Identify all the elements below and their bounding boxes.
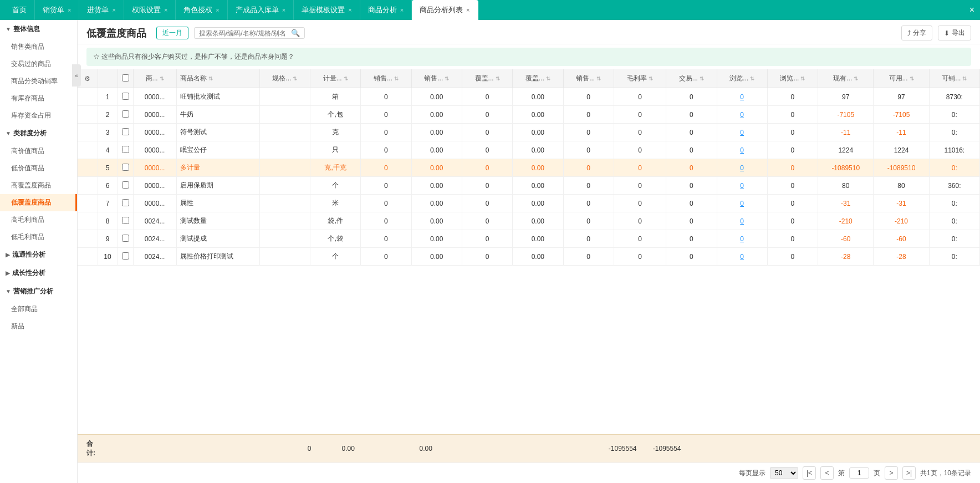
search-icon[interactable]: 🔍: [291, 29, 300, 37]
cell-browse1[interactable]: 0: [717, 248, 767, 266]
search-input[interactable]: [199, 29, 291, 37]
close-icon[interactable]: ×: [400, 7, 404, 13]
sidebar-section-marketing[interactable]: ▼ 营销推广分析: [0, 282, 77, 301]
cell-checkbox[interactable]: [118, 106, 133, 124]
sidebar-item-all-goods[interactable]: 全部商品: [0, 301, 77, 318]
close-icon[interactable]: ×: [164, 7, 167, 13]
sidebar-item-low-margin[interactable]: 低毛利商品: [0, 228, 77, 246]
sidebar-item-low-value[interactable]: 低价值商品: [0, 160, 77, 177]
close-icon[interactable]: ×: [112, 7, 115, 13]
th-current-stock[interactable]: 现有...⇅: [818, 69, 874, 88]
row-checkbox[interactable]: [122, 235, 129, 242]
th-gross-rate[interactable]: 毛利率⇅: [614, 69, 666, 88]
th-available[interactable]: 可用...⇅: [874, 69, 929, 88]
cell-checkbox[interactable]: [118, 124, 133, 141]
th-name[interactable]: 商品名称⇅: [176, 69, 259, 88]
th-cover2[interactable]: 覆盖...⇅: [513, 69, 563, 88]
prev-page-button[interactable]: <: [820, 466, 834, 480]
sidebar-section-growth[interactable]: ▶ 成长性分析: [0, 264, 77, 282]
sidebar-item-high-value[interactable]: 高价值商品: [0, 143, 77, 160]
th-browse1[interactable]: 浏览...⇅: [717, 69, 767, 88]
sidebar-item-traded-goods[interactable]: 交易过的商品: [0, 55, 77, 73]
sidebar-item-stock-goods[interactable]: 有库存商品: [0, 90, 77, 107]
row-checkbox[interactable]: [122, 217, 129, 224]
sidebar-section-overall[interactable]: ▼ 整体信息: [0, 20, 77, 38]
th-sales-qty[interactable]: 销售...⇅: [361, 69, 411, 88]
th-sales-amt[interactable]: 销售...⇅: [411, 69, 462, 88]
sidebar-section-circulation[interactable]: ▶ 流通性分析: [0, 246, 77, 264]
nav-tab-template[interactable]: 单据模板设置 ×: [294, 0, 360, 20]
cell-checkbox[interactable]: [118, 177, 133, 195]
cell-browse1[interactable]: 0: [717, 88, 767, 106]
th-trade[interactable]: 交易...⇅: [666, 69, 717, 88]
row-checkbox[interactable]: [122, 164, 129, 171]
sidebar-section-cluster[interactable]: ▼ 类群度分析: [0, 124, 77, 143]
cell-browse1[interactable]: 0: [717, 195, 767, 212]
sidebar-item-high-margin[interactable]: 高毛利商品: [0, 211, 77, 228]
close-icon[interactable]: ×: [348, 7, 351, 13]
close-icon[interactable]: ×: [466, 7, 469, 13]
cell-checkbox[interactable]: [118, 212, 133, 230]
nav-tab-analysis[interactable]: 商品分析 ×: [360, 0, 412, 20]
nav-tab-analysis-list[interactable]: 商品分析列表 ×: [412, 0, 478, 20]
nav-tab-warehouse[interactable]: 产成品入库单 ×: [228, 0, 294, 20]
page-input[interactable]: [849, 467, 869, 479]
row-checkbox[interactable]: [122, 110, 129, 118]
cell-checkbox[interactable]: [118, 195, 133, 212]
cell-browse1[interactable]: 0: [717, 212, 767, 230]
sidebar-item-high-coverage[interactable]: 高覆盖度商品: [0, 177, 77, 194]
cell-current-stock: -11: [818, 124, 874, 141]
th-cover1[interactable]: 覆盖...⇅: [462, 69, 512, 88]
nav-tab-purchase[interactable]: 进货单 ×: [79, 0, 124, 20]
row-checkbox[interactable]: [122, 93, 129, 100]
cell-checkbox[interactable]: [118, 141, 133, 159]
next-page-button[interactable]: >: [885, 466, 898, 480]
row-checkbox[interactable]: [122, 252, 129, 260]
row-checkbox[interactable]: [122, 181, 129, 189]
cell-browse1[interactable]: 0: [717, 106, 767, 124]
nav-tab-permission[interactable]: 权限设置 ×: [124, 0, 176, 20]
row-checkbox[interactable]: [122, 199, 129, 206]
th-spec[interactable]: 规格...⇅: [259, 69, 310, 88]
sidebar-item-low-coverage[interactable]: 低覆盖度商品: [0, 194, 77, 211]
select-all-checkbox[interactable]: [122, 74, 129, 82]
th-browse2[interactable]: 浏览...⇅: [767, 69, 818, 88]
page-size-select[interactable]: 50 100 200: [770, 467, 798, 479]
cell-browse1[interactable]: 0: [717, 141, 767, 159]
th-sales-days[interactable]: 销售...⇅: [563, 69, 614, 88]
cell-checkbox[interactable]: [118, 159, 133, 177]
table-wrap[interactable]: ⚙ 商...⇅ 商品名称⇅ 规格...⇅ 计量...⇅ 销售...⇅ 销售...…: [78, 69, 980, 434]
nav-tab-role[interactable]: 角色授权 ×: [176, 0, 227, 20]
nav-tab-sales[interactable]: 销货单 ×: [35, 0, 79, 20]
cell-browse1[interactable]: 0: [717, 230, 767, 248]
date-filter-button[interactable]: 近一月: [156, 27, 188, 39]
th-code[interactable]: 商...⇅: [133, 69, 176, 88]
export-button[interactable]: ⬇ 导出: [938, 26, 971, 40]
cell-browse1[interactable]: 0: [717, 124, 767, 141]
row-checkbox[interactable]: [122, 128, 129, 135]
close-icon[interactable]: ×: [216, 7, 219, 13]
sidebar-item-sales-goods[interactable]: 销售类商品: [0, 38, 77, 55]
sidebar-item-new-goods[interactable]: 新品: [0, 318, 77, 335]
th-checkbox[interactable]: [118, 69, 133, 88]
close-icon[interactable]: ×: [68, 7, 71, 13]
th-saleable[interactable]: 可销...⇅: [929, 69, 979, 88]
cell-checkbox[interactable]: [118, 230, 133, 248]
cell-current-stock: -210: [818, 212, 874, 230]
first-page-button[interactable]: |<: [803, 466, 816, 480]
row-checkbox[interactable]: [122, 146, 129, 153]
nav-tab-home[interactable]: 首页: [4, 0, 35, 20]
cell-browse1[interactable]: 0: [717, 177, 767, 195]
last-page-button[interactable]: >|: [902, 466, 916, 480]
share-button[interactable]: ⤴ 分享: [901, 26, 932, 40]
cell-browse1[interactable]: 0: [717, 159, 767, 177]
cell-checkbox[interactable]: [118, 248, 133, 266]
cell-checkbox[interactable]: [118, 88, 133, 106]
total-cover2: 0.00: [406, 445, 445, 453]
sidebar-collapse-button[interactable]: «: [72, 64, 81, 87]
close-icon[interactable]: ×: [282, 7, 285, 13]
th-unit[interactable]: 计量...⇅: [310, 69, 361, 88]
close-all-button[interactable]: ×: [969, 5, 974, 15]
sidebar-item-category-rate[interactable]: 商品分类动销率: [0, 73, 77, 90]
sidebar-item-stock-capital[interactable]: 库存资金占用: [0, 107, 77, 124]
